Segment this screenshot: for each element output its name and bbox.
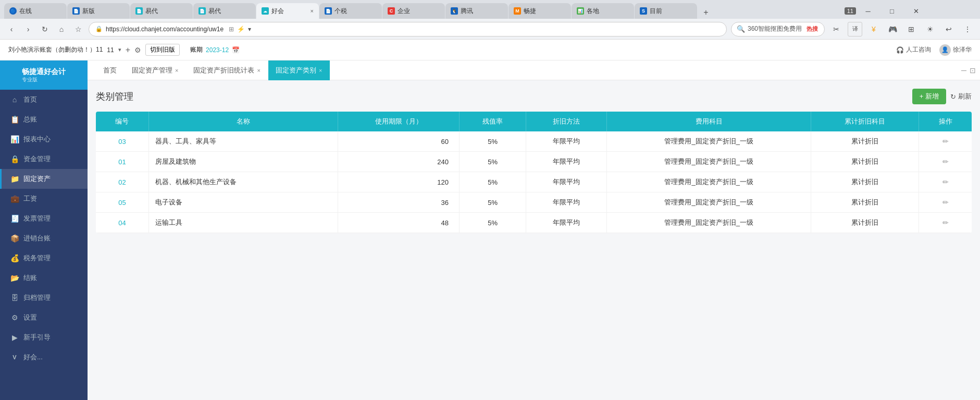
restore-btn[interactable]: □	[880, 3, 904, 19]
close-btn[interactable]: ✕	[904, 3, 928, 19]
page-tab-category[interactable]: 固定资产类别 ×	[268, 60, 330, 80]
browser-tab-1[interactable]: 🔵 在线	[4, 3, 67, 19]
dropdown-icon[interactable]: ▾	[118, 46, 121, 53]
more-icon[interactable]: ⋮	[960, 22, 975, 37]
tab-favicon-11: S	[640, 7, 647, 15]
sidebar-item-reports[interactable]: 📊 报表中心	[0, 129, 88, 149]
min-btn[interactable]: ─	[856, 3, 880, 19]
panel-expand-btn[interactable]: ⊡	[970, 66, 976, 75]
add-account-icon[interactable]: +	[126, 45, 130, 55]
browser-tab-3[interactable]: 📄 易代	[130, 3, 193, 19]
panel-minimize-btn[interactable]: ─	[961, 66, 966, 75]
table-row: 02 机器、机械和其他生产设备 120 5% 年限平均 管理费用_固定资产折旧_…	[96, 172, 972, 192]
sidebar-item-haohuiji[interactable]: V 好会...	[0, 347, 88, 367]
depreciation-stats-label: 固定资产折旧统计表	[193, 66, 254, 75]
bookmark-btn[interactable]: ☆	[72, 23, 84, 35]
cell-residual-2: 5%	[459, 172, 526, 192]
browser-tab-8[interactable]: 🐧 腾讯	[445, 3, 508, 19]
sidebar-label-payroll: 工资	[23, 194, 37, 203]
settings-icon-header[interactable]: ⚙	[134, 46, 141, 54]
back-btn[interactable]: ‹	[5, 23, 18, 35]
user-avatar-area[interactable]: 👤 徐泽华	[939, 44, 972, 56]
sidebar-label-archive: 归档管理	[23, 293, 51, 302]
switch-version-btn[interactable]: 切到旧版	[145, 44, 180, 56]
home-icon: ⌂	[10, 95, 19, 104]
browser-tab-7[interactable]: C 企业	[382, 3, 445, 19]
settings-icon: ⚙	[10, 313, 19, 322]
browser-tab-2[interactable]: 📄 新版	[67, 3, 130, 19]
cell-action-0: ✏	[919, 131, 972, 152]
sidebar-item-closing[interactable]: 📂 结账	[0, 268, 88, 288]
tab-close-5[interactable]: ×	[311, 8, 314, 14]
brightness-icon[interactable]: ☀	[923, 22, 937, 37]
table-header-row: 编号 名称 使用期限（月） 残值率 折旧方法 费用科目 累计折旧科目 操作	[96, 112, 972, 131]
sidebar-item-funds[interactable]: 🔒 资金管理	[0, 149, 88, 169]
cell-name-2: 机器、机械和其他生产设备	[148, 172, 338, 192]
address-url: https://cloud.chanjet.com/accounting/uw1…	[106, 26, 224, 33]
sidebar-item-tax[interactable]: 💰 税务管理	[0, 248, 88, 268]
sidebar-item-payroll[interactable]: 💼 工资	[0, 189, 88, 209]
sidebar-item-archive[interactable]: 🗄 归档管理	[0, 288, 88, 308]
new-tab-btn[interactable]: +	[700, 6, 712, 19]
sidebar-label-fixed-assets: 固定资产	[23, 174, 51, 184]
tab-favicon-1: 🔵	[9, 7, 17, 15]
page-tabs: 首页 固定资产管理 × 固定资产折旧统计表 × 固定资产类别 × ─ ⊡	[88, 60, 980, 80]
browser-tab-4[interactable]: 📄 易代	[193, 3, 256, 19]
translate-icon[interactable]: 译	[848, 22, 862, 37]
page-tab-fixed-assets-mgmt[interactable]: 固定资产管理 ×	[125, 60, 186, 80]
scissors-icon[interactable]: ✂	[829, 22, 843, 37]
cell-method-3: 年限平均	[526, 192, 607, 213]
browser-tab-5[interactable]: ☁ 好会 ×	[256, 3, 319, 19]
browser-tab-6[interactable]: 📄 个税	[319, 3, 382, 19]
game-icon[interactable]: 🎮	[885, 22, 900, 37]
haohuiji-icon: V	[10, 354, 19, 360]
sidebar-item-invoice[interactable]: 🧾 发票管理	[0, 209, 88, 228]
payroll-icon: 💼	[10, 195, 19, 203]
sidebar-item-fixed-assets[interactable]: 📁 固定资产	[0, 169, 88, 189]
close-category-tab[interactable]: ×	[319, 67, 322, 74]
add-btn[interactable]: + 新增	[912, 89, 946, 104]
cell-expense-1: 管理费用_固定资产折旧_一级	[606, 152, 811, 172]
refresh-btn[interactable]: ↻ 刷新	[950, 92, 972, 101]
browser-tab-9[interactable]: M 畅捷	[508, 3, 571, 19]
cell-expense-3: 管理费用_固定资产折旧_一级	[606, 192, 811, 213]
col-depreciation: 累计折旧科目	[811, 112, 919, 131]
edit-btn-2[interactable]: ✏	[942, 178, 949, 186]
undo-icon[interactable]: ↩	[941, 22, 956, 37]
sidebar-item-guide[interactable]: ▶ 新手引导	[0, 328, 88, 347]
browser-tab-11[interactable]: S 目前	[635, 3, 697, 19]
purchase-sales-icon: 📦	[10, 234, 19, 243]
edit-btn-3[interactable]: ✏	[942, 198, 949, 207]
close-depreciation-tab[interactable]: ×	[257, 67, 260, 74]
invoice-icon: 🧾	[10, 214, 19, 223]
forward-btn[interactable]: ›	[22, 23, 34, 35]
grid-icon[interactable]: ⊞	[904, 22, 919, 37]
tab-label-9: 畅捷	[524, 7, 536, 16]
sidebar-item-settings[interactable]: ⚙ 设置	[0, 308, 88, 328]
support-btn[interactable]: 🎧 人工咨询	[896, 45, 931, 54]
page-tab-home[interactable]: 首页	[96, 60, 125, 80]
edit-btn-4[interactable]: ✏	[942, 219, 949, 227]
edit-btn-1[interactable]: ✏	[942, 157, 949, 166]
edit-btn-0[interactable]: ✏	[942, 137, 949, 146]
sidebar-item-home[interactable]: ⌂ 首页	[0, 90, 88, 110]
close-fixed-assets-tab[interactable]: ×	[175, 67, 178, 74]
category-tab-label: 固定资产类别	[276, 66, 316, 75]
address-bar[interactable]: 🔒 https://cloud.chanjet.com/accounting/u…	[89, 22, 727, 37]
col-expense: 费用科目	[606, 112, 811, 131]
site-info-icon: ⊞	[229, 26, 234, 33]
wallet-icon[interactable]: ¥	[866, 22, 881, 37]
calendar-icon[interactable]: 📅	[232, 46, 240, 54]
sidebar-item-purchase-sales[interactable]: 📦 进销台账	[0, 228, 88, 248]
refresh-browser-btn[interactable]: ↻	[39, 23, 51, 35]
search-box[interactable]: 🔍 360智能抠图免费用 热搜	[731, 22, 825, 37]
page-tab-depreciation-stats[interactable]: 固定资产折旧统计表 ×	[186, 60, 268, 80]
cell-depreciation-1: 累计折旧	[811, 152, 919, 172]
sidebar-item-ledger[interactable]: 📋 总账	[0, 110, 88, 129]
tab-label-10: 各地	[587, 7, 599, 16]
home-browser-btn[interactable]: ⌂	[55, 23, 68, 35]
browser-tab-10[interactable]: 📊 各地	[572, 3, 634, 19]
cell-code-4: 04	[96, 213, 148, 233]
logo-subtitle: 专业版	[22, 76, 66, 83]
cell-name-4: 运输工具	[148, 213, 338, 233]
